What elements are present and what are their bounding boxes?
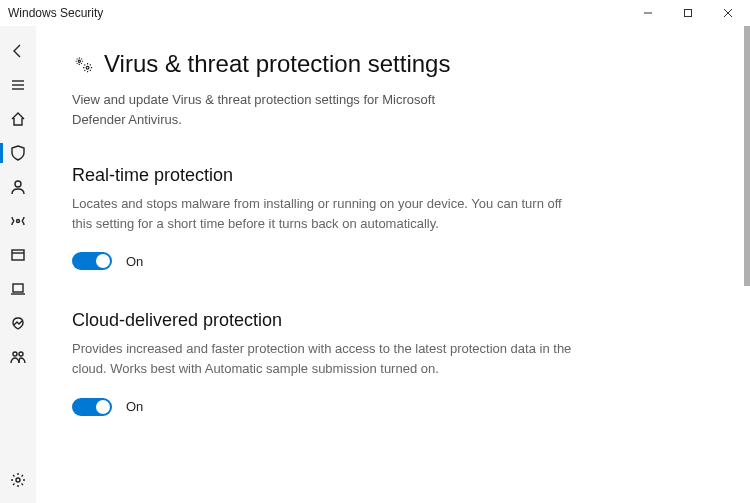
svg-rect-11 <box>13 284 23 292</box>
nav-family-options[interactable] <box>0 340 36 374</box>
nav-account-protection[interactable] <box>0 170 36 204</box>
maximize-button[interactable] <box>668 0 708 26</box>
svg-point-8 <box>17 220 20 223</box>
section-description: Provides increased and faster protection… <box>72 339 572 379</box>
svg-point-14 <box>19 352 23 356</box>
nav-virus-protection[interactable] <box>0 136 36 170</box>
nav-app-browser[interactable] <box>0 238 36 272</box>
sidebar <box>0 26 36 503</box>
minimize-button[interactable] <box>628 0 668 26</box>
nav-device-security[interactable] <box>0 272 36 306</box>
svg-point-16 <box>78 60 80 62</box>
section-cloud: Cloud-delivered protection Provides incr… <box>72 310 572 415</box>
section-title: Real-time protection <box>72 165 572 186</box>
close-button[interactable] <box>708 0 748 26</box>
svg-rect-9 <box>12 250 24 260</box>
scrollbar[interactable] <box>744 26 750 286</box>
settings-gears-icon <box>72 53 94 75</box>
nav-device-performance[interactable] <box>0 306 36 340</box>
section-realtime: Real-time protection Locates and stops m… <box>72 165 572 270</box>
back-button[interactable] <box>0 34 36 68</box>
svg-rect-1 <box>685 10 692 17</box>
nav-home[interactable] <box>0 102 36 136</box>
section-description: Locates and stops malware from installin… <box>72 194 572 234</box>
main-content: Virus & threat protection settings View … <box>36 26 750 503</box>
section-title: Cloud-delivered protection <box>72 310 572 331</box>
page-title: Virus & threat protection settings <box>104 50 450 78</box>
svg-point-7 <box>15 181 21 187</box>
nav-firewall[interactable] <box>0 204 36 238</box>
svg-point-15 <box>16 478 20 482</box>
nav-settings[interactable] <box>0 463 36 497</box>
window-title: Windows Security <box>8 6 103 20</box>
cloud-toggle[interactable] <box>72 398 112 416</box>
realtime-toggle[interactable] <box>72 252 112 270</box>
cloud-toggle-label: On <box>126 399 143 414</box>
svg-point-17 <box>86 66 89 69</box>
titlebar: Windows Security <box>0 0 750 26</box>
svg-point-13 <box>13 352 17 356</box>
window-controls <box>628 0 748 26</box>
page-subtitle: View and update Virus & threat protectio… <box>72 90 492 129</box>
menu-button[interactable] <box>0 68 36 102</box>
realtime-toggle-label: On <box>126 254 143 269</box>
